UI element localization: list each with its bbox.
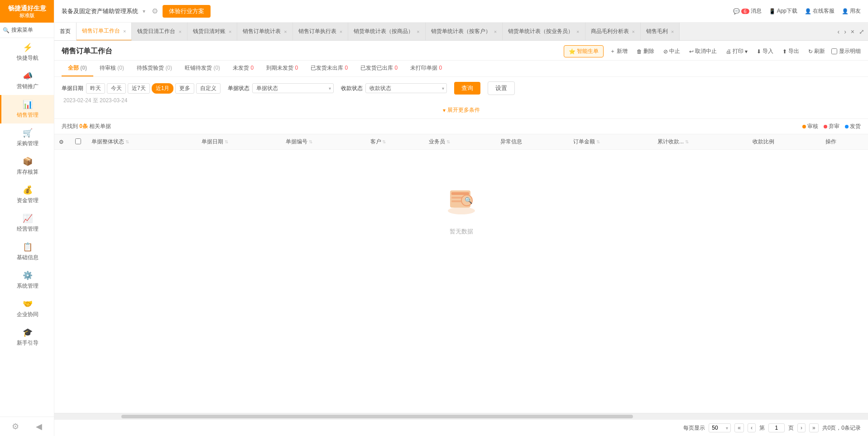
- online-support-btn[interactable]: 👤 在线客服: [805, 7, 834, 15]
- close-tab-sales-stats-staff[interactable]: ×: [576, 29, 579, 34]
- subtab-pending-check[interactable]: 待拣货验货 (0): [130, 61, 178, 76]
- dropdown-arrow-icon[interactable]: ▾: [143, 8, 145, 14]
- smart-btn[interactable]: ⭐ 智能生单: [564, 45, 604, 57]
- th-date[interactable]: 单据日期: [197, 134, 281, 150]
- stop-btn[interactable]: ⊘ 中止: [661, 46, 683, 57]
- tab-maximize[interactable]: ⤢: [857, 27, 866, 36]
- date-btn-1month[interactable]: 近1月: [152, 83, 174, 94]
- subtab-wangpu[interactable]: 旺铺待发货 (0): [178, 61, 226, 76]
- sidebar-item-sys-mgmt[interactable]: ⚙️ 系统管理: [0, 266, 54, 294]
- tab-sales-order-stats[interactable]: 销售订单统计表 ×: [237, 23, 293, 41]
- sidebar-item-new-guide[interactable]: 🎓 新手引导: [0, 323, 54, 351]
- select-all-checkbox[interactable]: [75, 138, 81, 144]
- tab-scroll-left[interactable]: ‹: [835, 27, 841, 36]
- review-btn[interactable]: 审核: [802, 123, 818, 130]
- sidebar-item-operations[interactable]: 📈 经营管理: [0, 209, 54, 237]
- tab-close-all[interactable]: ×: [849, 27, 856, 36]
- subtab-all[interactable]: 全部 (0): [62, 61, 93, 76]
- subtab-not-shipped[interactable]: 未发货 0: [226, 61, 260, 76]
- subtab-pending-review[interactable]: 待审核 (0): [93, 61, 130, 76]
- set-btn[interactable]: 设置: [488, 81, 515, 95]
- filter-expand[interactable]: ▾ 展开更多条件: [62, 104, 861, 116]
- settings-icon[interactable]: ⚙: [12, 422, 19, 431]
- tab-sales-order-exec[interactable]: 销售订单执行表 ×: [293, 23, 348, 41]
- sidebar-item-finance[interactable]: 💰 资金管理: [0, 180, 54, 209]
- query-btn[interactable]: 查询: [454, 82, 480, 95]
- th-number[interactable]: 单据编号: [281, 134, 365, 150]
- sidebar-search[interactable]: 🔍 搜索菜单: [0, 23, 54, 38]
- lightning-icon: ⚡: [23, 43, 33, 52]
- th-amount[interactable]: 订单金额: [569, 134, 653, 150]
- filter-status-select[interactable]: 单据状态: [252, 83, 334, 93]
- trial-btn[interactable]: 体验行业方案: [163, 5, 211, 18]
- delete-btn[interactable]: 🗑 删除: [634, 46, 657, 57]
- message-btn[interactable]: 💬 6 消息: [733, 7, 762, 15]
- tab-scroll-right[interactable]: ›: [842, 27, 848, 36]
- close-tab-sales-stats-customer[interactable]: ×: [494, 29, 497, 34]
- sidebar-item-purchase[interactable]: 🛒 采购管理: [0, 123, 54, 152]
- page-size-select[interactable]: 50 10 20 100: [709, 423, 731, 432]
- page-last-btn[interactable]: »: [809, 423, 819, 432]
- sidebar-item-inventory[interactable]: 📦 库存核算: [0, 152, 54, 180]
- subtab-not-printed[interactable]: 未打印单据 0: [404, 61, 448, 76]
- sidebar-item-sales[interactable]: 📊 销售管理: [0, 95, 54, 123]
- th-collected[interactable]: 累计收款...: [653, 134, 748, 150]
- sidebar-item-quick-nav[interactable]: ⚡ 快捷导航: [0, 38, 54, 66]
- print-dropdown-icon[interactable]: ▾: [745, 48, 748, 55]
- show-detail-checkbox[interactable]: [831, 48, 837, 54]
- close-tab-cash-daily[interactable]: ×: [178, 29, 181, 34]
- close-tab-sales-profit[interactable]: ×: [671, 29, 674, 34]
- column-settings-icon[interactable]: ⚙: [59, 139, 64, 145]
- export-btn[interactable]: ⬆ 导出: [780, 46, 802, 57]
- page-first-btn[interactable]: «: [734, 423, 744, 432]
- subtab-overdue-unshipped[interactable]: 到期未发货 0: [260, 61, 304, 76]
- close-tab-sales-stats-product[interactable]: ×: [417, 29, 419, 34]
- show-detail-label[interactable]: 显示明细: [831, 47, 861, 55]
- close-tab-sales-order-workbench[interactable]: ×: [123, 28, 126, 34]
- tab-product-margin[interactable]: 商品毛利分析表 ×: [585, 23, 641, 41]
- add-btn[interactable]: ＋ 新增: [607, 46, 630, 57]
- table-scroll[interactable]: ⚙ 单据整体状态 单据日期 单据编号 客户 业务员 异常信息 订单金额: [54, 134, 868, 413]
- tab-sales-order-workbench[interactable]: 销售订单工作台 ×: [77, 23, 132, 41]
- page-prev-btn[interactable]: ‹: [748, 423, 756, 432]
- date-btn-today[interactable]: 今天: [107, 83, 126, 94]
- collapse-icon[interactable]: ◀: [36, 422, 42, 431]
- close-tab-cash-reconcile[interactable]: ×: [229, 29, 231, 34]
- scrollbar-thumb[interactable]: [121, 415, 633, 418]
- th-customer[interactable]: 客户: [366, 134, 425, 150]
- tab-sales-stats-customer[interactable]: 销货单统计表（按客户） ×: [426, 23, 503, 41]
- tab-sales-stats-staff[interactable]: 销货单统计表（按业务员） ×: [503, 23, 585, 41]
- tab-cash-reconcile[interactable]: 钱货日清对账 ×: [187, 23, 237, 41]
- settings-topbar-icon[interactable]: ⚙: [152, 7, 158, 15]
- filter-collect-select[interactable]: 收款状态: [365, 83, 447, 93]
- sidebar-item-marketing[interactable]: 📣 营销推广: [0, 66, 54, 95]
- tab-cash-daily[interactable]: 钱货日清工作台 ×: [132, 23, 187, 41]
- close-tab-product-margin[interactable]: ×: [632, 29, 635, 34]
- tab-home[interactable]: 首页: [54, 23, 77, 41]
- date-btn-more[interactable]: 更多: [175, 83, 194, 94]
- refresh-btn[interactable]: ↻ 刷新: [806, 46, 828, 57]
- app-download-btn[interactable]: 📱 App下载: [769, 7, 797, 15]
- page-next-btn[interactable]: ›: [797, 423, 806, 432]
- sidebar-item-collab[interactable]: 🤝 企业协同: [0, 294, 54, 323]
- page-input[interactable]: [768, 423, 785, 432]
- tab-sales-stats-product[interactable]: 销货单统计表（按商品） ×: [348, 23, 425, 41]
- subtab-shipped-not-out[interactable]: 已发货未出库 0: [304, 61, 354, 76]
- th-status[interactable]: 单据整体状态: [87, 134, 197, 150]
- deliver-btn[interactable]: 发货: [845, 123, 861, 130]
- subtab-shipped-out[interactable]: 已发货已出库 0: [354, 61, 404, 76]
- date-btn-custom[interactable]: 自定义: [196, 83, 221, 94]
- cancel-stop-btn[interactable]: ↩ 取消中止: [686, 46, 719, 57]
- import-btn[interactable]: ⬇ 导入: [754, 46, 776, 57]
- unrev-btn[interactable]: 弃审: [824, 123, 839, 130]
- th-salesperson[interactable]: 业务员: [424, 134, 496, 150]
- date-btn-7days[interactable]: 近7天: [128, 83, 150, 94]
- date-btn-yesterday[interactable]: 昨天: [86, 83, 105, 94]
- user-btn[interactable]: 👤 用友: [842, 7, 861, 15]
- close-tab-sales-order-stats[interactable]: ×: [284, 29, 287, 34]
- close-tab-sales-order-exec[interactable]: ×: [340, 29, 342, 34]
- sidebar-item-base-info[interactable]: 📋 基础信息: [0, 237, 54, 266]
- tab-sales-profit[interactable]: 销售毛利 ×: [641, 23, 680, 41]
- print-btn[interactable]: 🖨 打印 ▾: [723, 46, 750, 57]
- scrollbar-area[interactable]: [54, 413, 868, 419]
